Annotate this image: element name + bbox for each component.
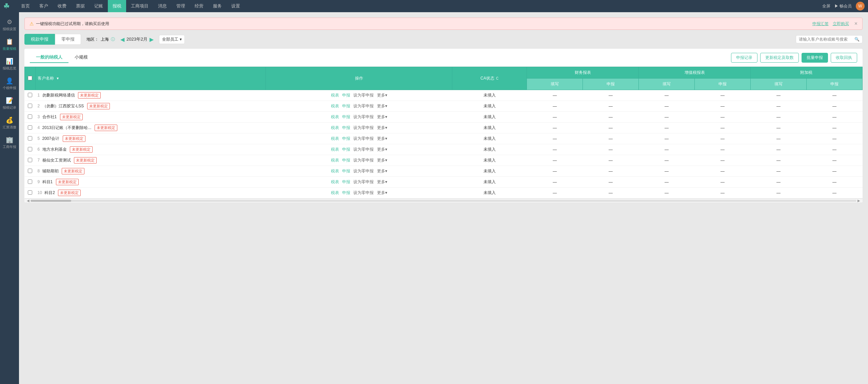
- search-input[interactable]: [799, 37, 853, 42]
- batch-declare-btn[interactable]: 批量申报: [802, 53, 828, 63]
- sidebar-item-personal-tax[interactable]: 👤 个税申报: [0, 74, 19, 93]
- update-btn[interactable]: 更新税定及取数: [760, 53, 799, 63]
- action-tax-8[interactable]: 税表: [331, 179, 339, 184]
- action-zero-8[interactable]: 设为零申报: [353, 179, 374, 184]
- action-tax-3[interactable]: 税表: [331, 125, 339, 130]
- action-zero-0[interactable]: 设为零申报: [353, 93, 374, 98]
- action-declare-6[interactable]: 申报: [342, 158, 350, 163]
- upgrade-btn[interactable]: ▶ 畅会员: [834, 3, 852, 9]
- row-checkbox-5[interactable]: [28, 147, 32, 151]
- row-checkbox-3[interactable]: [28, 125, 32, 130]
- search-icon[interactable]: 🔍: [854, 37, 860, 42]
- action-declare-9[interactable]: 申报: [342, 190, 350, 195]
- row-checkbox-0[interactable]: [28, 93, 32, 97]
- action-declare-8[interactable]: 申报: [342, 179, 350, 184]
- action-zero-9[interactable]: 设为零申报: [353, 190, 374, 195]
- action-tax-6[interactable]: 税表: [331, 158, 339, 163]
- row-checkbox-6[interactable]: [28, 158, 32, 162]
- action-more-0[interactable]: 更多▾: [377, 93, 387, 98]
- action-declare-1[interactable]: 申报: [342, 104, 350, 108]
- action-more-6[interactable]: 更多▾: [377, 158, 387, 163]
- scroll-left-btn[interactable]: ◀: [26, 199, 31, 202]
- action-tax-9[interactable]: 税表: [331, 190, 339, 195]
- action-more-2[interactable]: 更多▾: [377, 114, 387, 119]
- notice-link-declare[interactable]: 申报汇签: [812, 21, 829, 27]
- prev-date-btn[interactable]: ◀: [120, 36, 124, 43]
- row-checkbox-1[interactable]: [28, 104, 32, 108]
- nav-home[interactable]: 首页: [16, 0, 35, 12]
- region-info-icon[interactable]: ⓘ: [111, 37, 115, 42]
- nav-customer[interactable]: 客户: [35, 0, 53, 12]
- sidebar-item-tax-overview[interactable]: 📊 报税总览: [0, 54, 19, 74]
- action-zero-1[interactable]: 设为零申报: [353, 104, 374, 108]
- finance-declare-4: —: [583, 133, 639, 144]
- notice-link-buy[interactable]: 立即购买: [833, 21, 849, 27]
- nav-settings[interactable]: 设置: [226, 0, 245, 12]
- scroll-thumb[interactable]: [31, 200, 71, 202]
- finance-declare-0: —: [583, 90, 639, 101]
- staff-select[interactable]: 全部员工 ▾: [159, 35, 185, 44]
- action-more-5[interactable]: 更多▾: [377, 147, 387, 152]
- nav-billing[interactable]: 收费: [53, 0, 71, 12]
- action-zero-6[interactable]: 设为零申报: [353, 158, 374, 163]
- tab-zero-declare[interactable]: 零申报: [55, 34, 81, 45]
- action-declare-4[interactable]: 申报: [342, 136, 350, 141]
- action-zero-3[interactable]: 设为零申报: [353, 125, 374, 130]
- action-tax-1[interactable]: 税表: [331, 104, 339, 108]
- status-badge-5: 未更新税定: [70, 146, 93, 153]
- nav-service[interactable]: 服务: [208, 0, 226, 12]
- action-tax-5[interactable]: 税表: [331, 147, 339, 152]
- nav-message[interactable]: 消息: [153, 0, 172, 12]
- action-zero-7[interactable]: 设为零申报: [353, 169, 374, 173]
- sidebar-item-tax-settings[interactable]: ⚙ 报税设置: [0, 15, 19, 35]
- col-added-fill: 填写: [750, 79, 806, 90]
- scroll-right-btn[interactable]: ▶: [856, 199, 861, 202]
- avatar[interactable]: W: [856, 2, 865, 10]
- action-tax-4[interactable]: 税表: [331, 136, 339, 141]
- action-tax-2[interactable]: 税表: [331, 114, 339, 119]
- action-more-7[interactable]: 更多▾: [377, 169, 387, 173]
- sidebar-item-settlement[interactable]: 💰 汇算清缴: [0, 113, 19, 133]
- action-tax-0[interactable]: 税表: [331, 93, 339, 98]
- sidebar-item-tax-record[interactable]: 📝 报税记录: [0, 93, 19, 113]
- nav-business[interactable]: 工商项目: [126, 0, 153, 12]
- nav-manage[interactable]: 管理: [172, 0, 190, 12]
- action-declare-5[interactable]: 申报: [342, 147, 350, 152]
- action-more-8[interactable]: 更多▾: [377, 179, 387, 184]
- row-checkbox-7[interactable]: [28, 169, 32, 173]
- row-checkbox-2[interactable]: [28, 114, 32, 119]
- select-all-checkbox[interactable]: [28, 76, 32, 80]
- nav-tax[interactable]: 报税: [108, 0, 126, 12]
- action-zero-4[interactable]: 设为零申报: [353, 136, 374, 141]
- status-badge-7: 未更新税定: [62, 168, 84, 174]
- action-more-1[interactable]: 更多▾: [377, 104, 387, 108]
- row-checkbox-4[interactable]: [28, 136, 32, 141]
- nav-accounting[interactable]: 记账: [90, 0, 108, 12]
- action-more-9[interactable]: 更多▾: [377, 190, 387, 195]
- retrieve-btn[interactable]: 收取回执: [831, 53, 857, 63]
- action-declare-7[interactable]: 申报: [342, 169, 350, 173]
- nav-operation[interactable]: 经营: [190, 0, 208, 12]
- action-more-3[interactable]: 更多▾: [377, 125, 387, 130]
- sidebar-item-annual-report[interactable]: 🏢 工商年报: [0, 133, 19, 152]
- row-checkbox-8[interactable]: [28, 179, 32, 184]
- declare-record-btn[interactable]: 申报记录: [731, 53, 757, 63]
- action-declare-0[interactable]: 申报: [342, 93, 350, 98]
- action-more-4[interactable]: 更多▾: [377, 136, 387, 141]
- action-declare-2[interactable]: 申报: [342, 114, 350, 119]
- type-tab-small[interactable]: 小规模: [68, 52, 94, 63]
- type-tab-general[interactable]: 一般的纳税人: [30, 52, 68, 63]
- action-tax-7[interactable]: 税表: [331, 169, 339, 173]
- action-declare-3[interactable]: 申报: [342, 125, 350, 130]
- action-zero-5[interactable]: 设为零申报: [353, 147, 374, 152]
- sidebar-item-batch-tax[interactable]: 📋 批量报税: [0, 35, 19, 54]
- nav-invoice[interactable]: 票据: [71, 0, 90, 12]
- row-checkbox-9[interactable]: [28, 190, 32, 195]
- sort-icon[interactable]: ▼: [56, 77, 59, 80]
- fullscreen-btn[interactable]: 全屏: [822, 3, 830, 9]
- action-zero-2[interactable]: 设为零申报: [353, 114, 374, 119]
- tab-tax-declare[interactable]: 税款申报: [24, 34, 55, 45]
- scroll-track[interactable]: [31, 200, 856, 202]
- next-date-btn[interactable]: ▶: [150, 36, 154, 43]
- notice-close-btn[interactable]: ×: [854, 21, 857, 27]
